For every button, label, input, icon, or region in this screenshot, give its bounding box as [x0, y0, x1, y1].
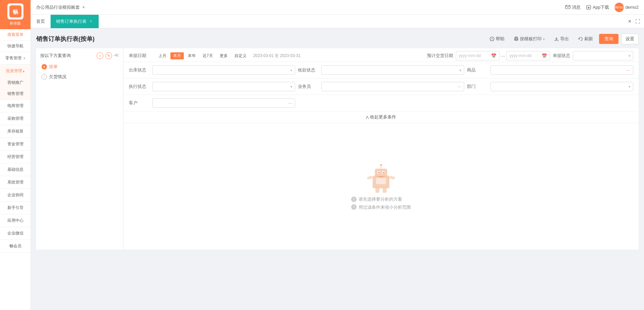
chip-last-month[interactable]: 上月: [156, 52, 169, 59]
add-scheme-btn[interactable]: +: [97, 52, 103, 59]
tab-label: 销售订单执行表: [56, 18, 87, 24]
chip-this-year[interactable]: 本年: [185, 52, 199, 59]
salesperson-input[interactable]: ···: [321, 82, 464, 91]
execution-select[interactable]: ▾: [152, 82, 295, 91]
execution-label: 执行状态: [129, 84, 152, 90]
print-btn[interactable]: 按模板打印 ▾: [511, 35, 548, 43]
breadcrumb-arrow: ▾: [83, 5, 85, 10]
sidebar-item-enterprise[interactable]: 企业协同: [0, 189, 31, 202]
username-label: demo2: [625, 5, 639, 10]
department-arrow: ▾: [629, 85, 630, 89]
sidebar-item-wechat[interactable]: 企业微信: [0, 227, 31, 240]
tab-close-btn[interactable]: ×: [89, 19, 93, 24]
expected-date-start[interactable]: yyyy-mm-dd 📅: [456, 51, 499, 60]
collapse-row: ⋀ 收起更多条件: [123, 111, 639, 123]
sidebar-item-retail[interactable]: 零售管理 ▾: [0, 52, 31, 65]
edit-scheme-btn[interactable]: ✎: [105, 52, 112, 59]
print-icon: [514, 37, 519, 41]
chip-custom[interactable]: 自定义: [232, 52, 249, 59]
message-btn[interactable]: 消息: [565, 4, 581, 10]
header-actions: 消息 App下载 demo2 demo2: [565, 3, 639, 12]
sidebar: 畅 标准版 搜索菜单 快捷导航 零售管理 ▾ 批发管理 ▴ 营销推广 销售管理 …: [0, 0, 31, 310]
help-btn[interactable]: ? 帮助: [486, 35, 508, 43]
expected-date-range: yyyy-mm-dd 📅 — yyyy-mm-dd 📅: [456, 51, 550, 60]
sidebar-item-member[interactable]: 畅会员: [0, 240, 31, 253]
date-end-placeholder: yyyy-mm-dd: [509, 53, 531, 58]
quick-nav-label: 快捷导航: [0, 43, 31, 49]
retail-label: 零售管理: [5, 56, 21, 60]
department-filter: 部门 ▾: [467, 82, 633, 91]
sidebar-sub-marketing[interactable]: 营销推广: [0, 77, 31, 88]
tab-maximize-btn[interactable]: ⛶: [634, 17, 641, 25]
debt-icon: ○: [42, 74, 47, 80]
expected-date-end[interactable]: yyyy-mm-dd 📅: [506, 51, 550, 60]
collapse-filters-btn[interactable]: ⋀ 收起更多条件: [366, 114, 396, 120]
settings-btn[interactable]: 设置: [621, 34, 639, 44]
svg-point-18: [380, 164, 382, 166]
left-panel-icons: + ✎ ≪: [97, 52, 119, 59]
page-title: 销售订单执行表(按单): [36, 35, 95, 43]
chip-this-month[interactable]: 本月: [170, 52, 184, 59]
tab-bar: 首页 销售订单执行表 × × ⛶: [31, 15, 644, 28]
refresh-icon: [578, 37, 583, 41]
sidebar-sub-sales[interactable]: 销售管理: [0, 88, 31, 99]
svg-rect-20: [389, 175, 395, 179]
customer-input[interactable]: ···: [152, 98, 295, 108]
wholesale-label: 批发管理: [6, 68, 22, 74]
filter-row-3: 客户 ···: [123, 95, 639, 111]
customer-filter: 客户 ···: [129, 98, 295, 108]
sidebar-item-app-center[interactable]: 应用中心: [0, 214, 31, 227]
sidebar-item-basic[interactable]: 基础信息: [0, 163, 31, 176]
debt-item[interactable]: ○ 欠货情况: [36, 72, 123, 82]
refresh-btn[interactable]: 刷新: [575, 35, 596, 43]
customer-dots: ···: [288, 100, 292, 106]
date-separator: —: [501, 53, 505, 58]
message-label: 消息: [572, 4, 581, 10]
tab-sales-execution[interactable]: 销售订单执行表 ×: [51, 15, 99, 28]
hint-text-1: 请先选择要分析的方案: [359, 195, 402, 203]
goods-input[interactable]: ···: [490, 65, 633, 75]
svg-rect-8: [515, 37, 517, 38]
delivery-select[interactable]: ▾: [152, 65, 295, 75]
sidebar-item-finance[interactable]: 资金管理: [0, 138, 31, 151]
tab-home-label: 首页: [36, 18, 45, 24]
date-label: 单据日期: [129, 53, 156, 59]
sidebar-item-newbie[interactable]: 新手引导: [0, 202, 31, 214]
scheme-item-order[interactable]: ● 按单: [36, 62, 123, 72]
right-area: 单据日期 上月 本月 本年 近7天 更多 自定义 2023-03-01 至 20…: [123, 48, 639, 250]
tab-close-window-btn[interactable]: ×: [627, 17, 633, 26]
sidebar-item-system[interactable]: 系统管理: [0, 176, 31, 189]
execution-filter: 执行状态 ▾: [129, 82, 295, 91]
sidebar-item-search[interactable]: 搜索菜单: [0, 29, 31, 41]
status-select[interactable]: ▾: [573, 51, 633, 60]
tab-home[interactable]: 首页: [31, 15, 51, 28]
app-download-label: App下载: [593, 4, 609, 10]
sidebar-item-purchase[interactable]: 采购管理: [0, 112, 31, 125]
wholesale-arrow: ▴: [23, 69, 24, 73]
content-body: 按以下方案查询 + ✎ ≪ ● 按单 ○ 欠货情况: [36, 48, 639, 250]
sidebar-item-ecommerce[interactable]: 电商管理: [0, 100, 31, 112]
print-arrow: ▾: [543, 37, 545, 41]
sidebar-item-operations[interactable]: 经营管理: [0, 151, 31, 163]
help-icon: ?: [490, 37, 494, 41]
sidebar-item-inventory[interactable]: 库存核算: [0, 125, 31, 138]
goods-dots: ···: [626, 67, 630, 73]
collapse-panel-btn[interactable]: ≪: [114, 52, 119, 59]
left-panel-header: 按以下方案查询 + ✎ ≪: [36, 52, 123, 62]
export-btn[interactable]: 导出: [551, 35, 572, 43]
chip-more[interactable]: 更多: [217, 52, 230, 59]
chip-7days[interactable]: 近7天: [200, 52, 216, 59]
hint-num-2: 2: [351, 204, 357, 210]
sidebar-item-wholesale[interactable]: 批发管理 ▴: [0, 65, 31, 77]
status-arrow: ▾: [629, 54, 630, 58]
payment-select[interactable]: ▾: [321, 65, 464, 75]
sidebar-item-quick-nav[interactable]: 快捷导航: [0, 41, 31, 52]
app-download-btn[interactable]: App下载: [586, 4, 609, 10]
user-profile[interactable]: demo2 demo2: [614, 3, 639, 12]
date-start-placeholder: yyyy-mm-dd: [459, 53, 481, 58]
execution-arrow: ▾: [290, 85, 292, 89]
department-select[interactable]: ▾: [490, 82, 633, 91]
breadcrumb-area: 办公用品行业模拟账套 ▾: [36, 4, 85, 10]
query-btn[interactable]: 查询: [599, 34, 619, 44]
svg-text:?: ?: [491, 38, 493, 41]
